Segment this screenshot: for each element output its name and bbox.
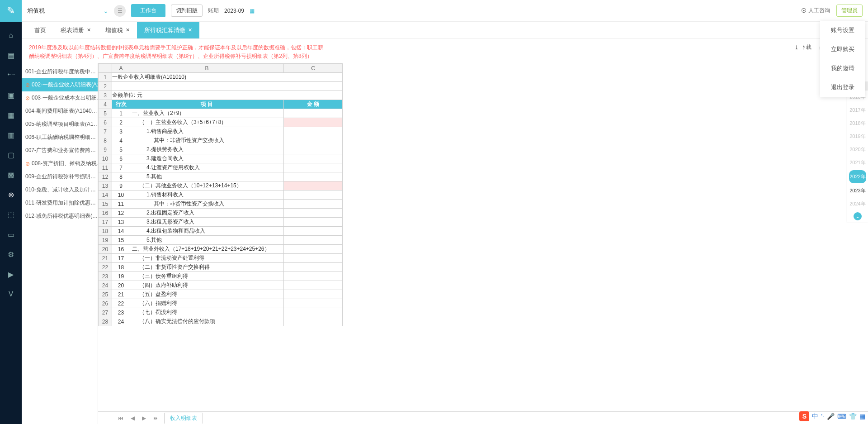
col-header[interactable]: A	[112, 64, 130, 73]
row-header[interactable]: 11	[99, 163, 112, 172]
line-number[interactable]: 15	[112, 236, 130, 245]
col-header[interactable]: C	[284, 64, 343, 73]
row-header[interactable]: 14	[99, 191, 112, 200]
row-header[interactable]: 12	[99, 172, 112, 181]
sheet-nav-last[interactable]: ⏭	[151, 415, 160, 421]
nav-bag-icon[interactable]: ▣	[0, 87, 22, 103]
row-header[interactable]: 24	[99, 281, 112, 290]
amount-cell[interactable]	[284, 154, 343, 163]
item-desc[interactable]: 1.销售材料收入	[130, 191, 284, 200]
row-header[interactable]: 16	[99, 209, 112, 218]
amount-cell[interactable]	[284, 136, 343, 145]
line-number[interactable]: 18	[112, 263, 130, 272]
amount-cell[interactable]	[284, 281, 343, 290]
nav-tax-icon[interactable]: ⊜	[0, 186, 22, 203]
admin-menu-item[interactable]: 账号设置	[820, 21, 865, 40]
row-header[interactable]: 8	[99, 136, 112, 145]
item-desc[interactable]: 4.出租包装物和商品收入	[130, 227, 284, 236]
line-number[interactable]: 23	[112, 308, 130, 317]
item-desc[interactable]: 2.提供劳务收入	[130, 145, 284, 154]
item-desc[interactable]: 其中：非货币性资产交换收入	[130, 136, 284, 145]
form-list-item[interactable]: ⊘003-一般企业成本支出明细…	[22, 91, 98, 105]
nav-doc-icon[interactable]: ▤	[0, 47, 22, 63]
line-number[interactable]: 10	[112, 191, 130, 200]
nav-play-icon[interactable]: ▶	[0, 266, 22, 282]
close-icon[interactable]: ✕	[87, 27, 91, 33]
amount-cell[interactable]	[284, 218, 343, 227]
calendar-icon[interactable]: ▦	[250, 8, 255, 14]
line-number[interactable]: 12	[112, 209, 130, 218]
nav-form-icon[interactable]: ▦	[0, 107, 22, 123]
item-desc[interactable]: 其中：非货币性资产交换收入	[130, 200, 284, 209]
form-list-item[interactable]: 009-企业所得税弥补亏损明…	[22, 170, 98, 183]
year-item[interactable]: 2023年	[847, 184, 868, 197]
row-header[interactable]: 15	[99, 200, 112, 209]
form-list-item[interactable]: ⊘002-一般企业收入明细表(A1…	[22, 78, 98, 91]
form-list-item[interactable]: 004-期间费用明细表(A1040…	[22, 105, 98, 118]
tab-增值税[interactable]: 增值税✕	[98, 22, 137, 38]
amount-cell[interactable]	[284, 145, 343, 154]
year-item[interactable]: 2022年	[849, 170, 866, 183]
amount-cell[interactable]	[284, 272, 343, 281]
nav-v-icon[interactable]: V	[0, 286, 22, 302]
line-number[interactable]: 4	[112, 136, 130, 145]
admin-button[interactable]: 管理员	[836, 5, 863, 17]
line-number[interactable]: 21	[112, 290, 130, 299]
item-desc[interactable]: （七）罚没利得	[130, 308, 284, 317]
form-list-item[interactable]: 011-研发费用加计扣除优惠…	[22, 196, 98, 210]
switch-old-button[interactable]: 切到旧版	[171, 5, 203, 17]
row-header[interactable]: 22	[99, 263, 112, 272]
close-icon[interactable]: ✕	[126, 27, 130, 33]
form-list-item[interactable]: 006-职工薪酬纳税调整明细…	[22, 131, 98, 144]
item-desc[interactable]: （六）捐赠利得	[130, 299, 284, 308]
ime-mic-icon[interactable]: 🎤	[827, 413, 835, 420]
line-number[interactable]: 8	[112, 172, 130, 181]
row-header[interactable]: 25	[99, 290, 112, 299]
amount-cell[interactable]	[284, 236, 343, 245]
nav-gear-icon[interactable]: ⚙	[0, 246, 22, 262]
line-number[interactable]: 9	[112, 181, 130, 191]
line-number[interactable]: 11	[112, 200, 130, 209]
line-number[interactable]: 5	[112, 145, 130, 154]
item-desc[interactable]: （一）非流动资产处置利得	[130, 254, 284, 263]
item-desc[interactable]: （八）确实无法偿付的应付款项	[130, 317, 284, 326]
year-item[interactable]: 2017年	[847, 104, 868, 117]
row-header[interactable]: 9	[99, 145, 112, 154]
download-button[interactable]: ⤓下载	[794, 43, 811, 51]
admin-menu-item[interactable]: 立即购买	[820, 40, 865, 59]
close-icon[interactable]: ✕	[188, 27, 192, 33]
amount-cell[interactable]	[284, 118, 343, 127]
amount-cell[interactable]	[284, 254, 343, 263]
item-desc[interactable]: 一、营业收入（2+9）	[130, 109, 284, 118]
nav-chart-icon[interactable]: ⬳	[0, 67, 22, 83]
line-number[interactable]: 2	[112, 118, 130, 127]
app-logo-icon[interactable]: ✎	[0, 0, 22, 22]
item-desc[interactable]: （二）非货币性资产交换利得	[130, 263, 284, 272]
form-list-item[interactable]: 007-广告费和业务宣传费跨…	[22, 144, 98, 157]
year-item[interactable]: 2018年	[847, 117, 868, 130]
item-desc[interactable]: （五）盘盈利得	[130, 290, 284, 299]
line-number[interactable]: 13	[112, 218, 130, 227]
row-header[interactable]: 6	[99, 118, 112, 127]
row-header[interactable]: 13	[99, 181, 112, 191]
amount-cell[interactable]	[284, 245, 343, 254]
nav-report-icon[interactable]: ▥	[0, 127, 22, 143]
item-desc[interactable]: 4.让渡资产使用权收入	[130, 163, 284, 172]
form-list-item[interactable]: 001-企业所得税年度纳税申…	[22, 65, 98, 78]
row-header[interactable]: 27	[99, 308, 112, 317]
line-number[interactable]: 19	[112, 272, 130, 281]
line-number[interactable]: 7	[112, 163, 130, 172]
item-desc[interactable]: 3.出租无形资产收入	[130, 218, 284, 227]
amount-cell[interactable]	[284, 317, 343, 326]
tab-所得税汇算清缴[interactable]: 所得税汇算清缴✕	[137, 22, 199, 38]
tab-税表清册[interactable]: 税表清册✕	[53, 22, 98, 38]
ime-tool-icon[interactable]: ▦	[859, 413, 865, 420]
ime-logo-icon[interactable]: S	[799, 411, 809, 421]
row-header[interactable]: 19	[99, 236, 112, 245]
nav-mail-icon[interactable]: ▭	[0, 226, 22, 243]
amount-cell[interactable]	[284, 127, 343, 136]
amount-cell[interactable]	[284, 109, 343, 118]
admin-menu-item[interactable]: 我的邀请	[820, 59, 865, 78]
notes-icon-button[interactable]: ☰	[114, 5, 126, 17]
item-desc[interactable]: （三）债务重组利得	[130, 272, 284, 281]
